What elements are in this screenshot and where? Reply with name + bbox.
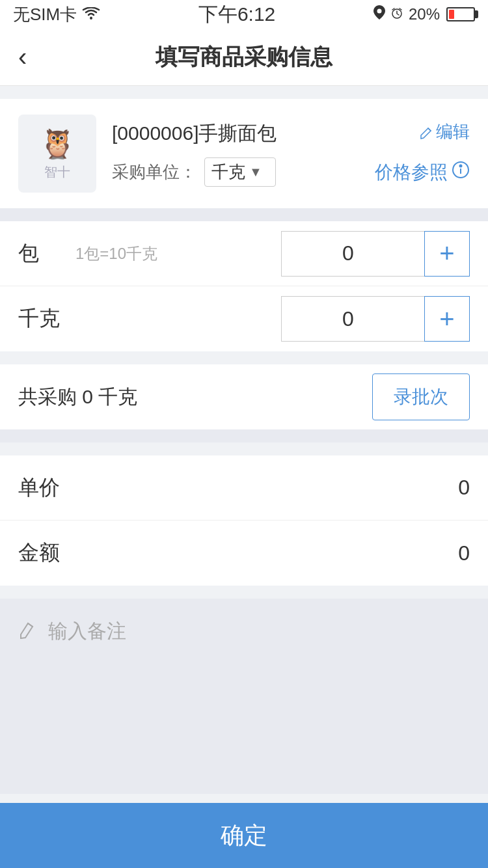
page-title: 填写商品采购信息 <box>156 42 332 72</box>
status-right: 20% <box>373 5 475 23</box>
svg-point-1 <box>377 9 381 14</box>
divider-1 <box>0 208 488 221</box>
kg-input-row: 千克 + <box>0 286 488 351</box>
product-logo-text: 智十 <box>44 163 70 181</box>
edit-button[interactable]: 编辑 <box>419 120 470 143</box>
status-bar: 无SIM卡 下午6:12 20% <box>0 0 488 29</box>
kg-plus-button[interactable]: + <box>424 296 470 342</box>
amount-label: 金额 <box>18 539 60 567</box>
info-icon <box>452 161 470 183</box>
divider-2 <box>0 429 488 442</box>
amount-value: 0 <box>458 541 470 565</box>
location-icon <box>373 5 385 23</box>
bag-sublabel: 1包=10千克 <box>75 243 157 264</box>
price-ref-button[interactable]: 价格参照 <box>375 160 470 185</box>
product-logo: 🦉 <box>40 127 75 161</box>
price-ref-label: 价格参照 <box>375 160 448 185</box>
battery-icon <box>446 7 475 21</box>
kg-input[interactable] <box>281 296 424 342</box>
pencil-icon <box>18 619 38 644</box>
status-left: 无SIM卡 <box>13 3 100 26</box>
product-info: [0000006]手撕面包 编辑 采购单位： 千克 ▼ 价格参照 <box>112 120 470 187</box>
summary-row: 共采购 0 千克 录批次 <box>0 364 488 429</box>
confirm-button[interactable]: 确定 <box>0 803 488 868</box>
amount-row: 金额 0 <box>0 521 488 586</box>
alarm-icon <box>390 5 403 23</box>
bag-input[interactable] <box>281 231 424 277</box>
summary-text: 共采购 0 千克 <box>18 384 137 411</box>
carrier-label: 无SIM卡 <box>13 3 77 26</box>
wifi-icon <box>82 5 100 25</box>
back-button[interactable]: ‹ <box>18 42 27 72</box>
status-time: 下午6:12 <box>198 1 275 28</box>
svg-point-5 <box>460 165 462 167</box>
product-header: [0000006]手撕面包 编辑 <box>112 120 470 147</box>
purchase-unit-label: 采购单位： <box>112 161 197 183</box>
chevron-down-icon: ▼ <box>249 165 262 180</box>
product-purchase: 采购单位： 千克 ▼ 价格参照 <box>112 157 470 187</box>
battery-percent: 20% <box>409 5 440 23</box>
unit-select[interactable]: 千克 ▼ <box>204 157 276 187</box>
edit-label: 编辑 <box>436 120 470 143</box>
product-card: 🦉 智十 [0000006]手撕面包 编辑 采购单位： 千克 ▼ 价格参照 <box>0 99 488 208</box>
price-section: 单价 0 金额 0 <box>0 455 488 586</box>
unit-price-label: 单价 <box>18 474 60 502</box>
kg-label: 千克 <box>18 305 70 333</box>
bag-input-wrap: + <box>281 231 470 277</box>
unit-price-value: 0 <box>458 476 470 500</box>
notes-section[interactable]: 输入备注 <box>0 599 488 664</box>
kg-input-wrap: + <box>281 296 470 342</box>
bottom-spacer <box>0 664 488 794</box>
confirm-label: 确定 <box>221 820 267 852</box>
bag-label: 包 <box>18 239 70 268</box>
unit-price-row: 单价 0 <box>0 455 488 521</box>
unit-value: 千克 <box>211 161 245 183</box>
svg-point-0 <box>90 17 92 20</box>
summary-section: 共采购 0 千克 录批次 <box>0 364 488 429</box>
notes-placeholder: 输入备注 <box>48 618 126 645</box>
product-name: [0000006]手撕面包 <box>112 120 277 147</box>
input-section: 包 1包=10千克 + 千克 + <box>0 221 488 351</box>
bag-plus-button[interactable]: + <box>424 231 470 277</box>
nav-bar: ‹ 填写商品采购信息 <box>0 29 488 86</box>
product-image: 🦉 智十 <box>18 115 96 193</box>
bag-input-row: 包 1包=10千克 + <box>0 221 488 286</box>
record-batch-button[interactable]: 录批次 <box>372 373 470 420</box>
